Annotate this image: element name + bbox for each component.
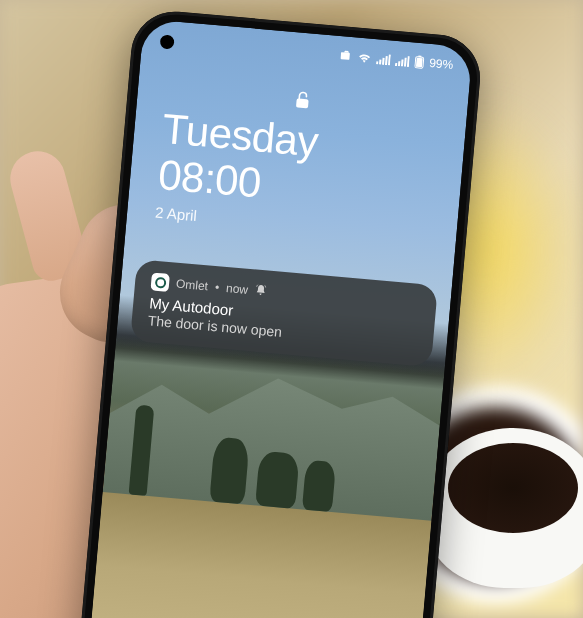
unlock-icon xyxy=(294,90,312,113)
svg-rect-1 xyxy=(376,61,378,64)
camera-status-icon xyxy=(340,50,353,61)
wallpaper-trees xyxy=(129,363,371,515)
notification-time: now xyxy=(226,281,249,297)
svg-rect-9 xyxy=(404,57,407,66)
svg-rect-0 xyxy=(340,52,350,60)
notification-card[interactable]: Omlet • now My Autodoor The door is now … xyxy=(130,259,438,367)
svg-rect-5 xyxy=(388,54,391,65)
bell-icon xyxy=(254,283,267,299)
svg-rect-2 xyxy=(379,59,381,64)
svg-rect-13 xyxy=(416,58,423,67)
svg-rect-8 xyxy=(401,59,404,66)
clock-area: Tuesday 08:00 2 April xyxy=(155,106,320,235)
app-icon xyxy=(150,272,170,292)
svg-rect-6 xyxy=(395,62,397,65)
svg-rect-12 xyxy=(418,55,421,57)
separator-dot: • xyxy=(214,280,219,294)
svg-rect-4 xyxy=(385,56,388,65)
wifi-icon xyxy=(357,51,372,63)
camera-hole xyxy=(160,34,175,49)
phone-frame: 99% Tuesday 08:00 2 April Omlet • now xyxy=(76,8,484,618)
app-name: Omlet xyxy=(176,277,209,294)
battery-percentage: 99% xyxy=(429,56,454,72)
svg-rect-7 xyxy=(398,61,400,66)
phone-screen[interactable]: 99% Tuesday 08:00 2 April Omlet • now xyxy=(87,19,473,618)
signal-icon xyxy=(376,53,391,65)
signal-icon-2 xyxy=(395,54,410,66)
svg-rect-14 xyxy=(296,98,309,108)
svg-rect-3 xyxy=(382,57,385,64)
battery-icon xyxy=(414,55,425,70)
svg-rect-10 xyxy=(407,55,410,66)
status-bar: 99% xyxy=(340,48,454,72)
